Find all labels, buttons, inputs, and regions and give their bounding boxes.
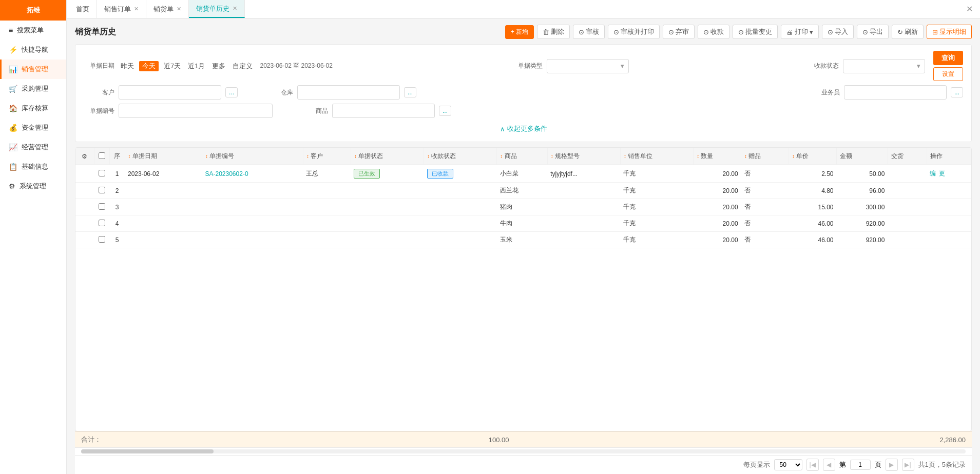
edit-action-link[interactable]: 编	[930, 170, 936, 177]
checkbox-cell[interactable]	[94, 165, 109, 183]
gift-col-header[interactable]: ↕ 赠品	[741, 148, 789, 165]
export-icon: ⊙	[862, 28, 868, 36]
shortcut-today[interactable]: 今天	[139, 61, 159, 71]
settings-cell	[75, 199, 94, 215]
spec-col-header[interactable]: ↕ 规格型号	[547, 148, 620, 165]
doc-no-col-header[interactable]: ↕ 单据编号	[202, 148, 303, 165]
close-all-tabs-button[interactable]: ✕	[961, 4, 978, 14]
sidebar-item-system[interactable]: ⚙ 系统管理	[0, 176, 66, 196]
doc-type-select[interactable]: ▾	[547, 59, 629, 73]
checkbox-cell[interactable]	[94, 183, 109, 199]
tab-sales-order[interactable]: 销售订单 ✕	[97, 0, 146, 18]
customer-label: 客户	[84, 88, 114, 97]
close-sales-delivery-tab-icon[interactable]: ✕	[177, 6, 181, 12]
tab-sales-delivery[interactable]: 销货单 ✕	[146, 0, 189, 18]
first-page-button[interactable]: |◀	[806, 459, 819, 471]
unit-col-header[interactable]: ↕ 销售单位	[620, 148, 693, 165]
sort-icon: ↕	[500, 153, 503, 159]
customer-col-header[interactable]: ↕ 客户	[303, 148, 351, 165]
sidebar-item-operations[interactable]: 📈 经营管理	[0, 137, 66, 157]
close-sales-order-tab-icon[interactable]: ✕	[134, 6, 139, 12]
refresh-button[interactable]: ↻ 刷新	[892, 25, 924, 39]
scroll-thumb	[81, 449, 214, 453]
row-checkbox[interactable]	[99, 203, 105, 210]
page-number-input[interactable]	[850, 460, 871, 470]
customer-ellipsis-btn[interactable]: ...	[225, 87, 238, 97]
shortcut-7days[interactable]: 近7天	[162, 61, 183, 71]
review-print-button[interactable]: ⊙ 审核并打印	[608, 25, 660, 39]
customer-input[interactable]	[119, 85, 221, 100]
qty-cell: 20.00	[694, 165, 741, 183]
close-history-tab-icon[interactable]: ✕	[233, 5, 237, 12]
sidebar-item-inventory[interactable]: 🏠 库存核算	[0, 98, 66, 118]
last-page-button[interactable]: ▶|	[902, 459, 914, 471]
data-table-container[interactable]: ⚙ 序 ↕ 单据日期 ↕ 单据编号 ↕ 客户 ↕ 单据状态 ↕ 收款状态 ↕ 商…	[75, 147, 972, 431]
shortcut-1month[interactable]: 近1月	[186, 61, 207, 71]
sidebar-item-sales-mgmt[interactable]: 📊 销售管理	[0, 60, 66, 79]
goods-label: 商品	[297, 107, 328, 115]
qty-cell: 20.00	[694, 232, 741, 248]
doc-status-cell: 已生效	[351, 165, 424, 183]
doc-no-input[interactable]	[119, 104, 273, 118]
date-range-display: 2023-06-02 至 2023-06-02	[260, 62, 332, 70]
next-page-button[interactable]: ▶	[886, 459, 898, 471]
main-inner: ⚙ 序 ↕ 单据日期 ↕ 单据编号 ↕ 客户 ↕ 单据状态 ↕ 收款状态 ↕ 商…	[75, 147, 972, 474]
print-button[interactable]: 🖨 打印 ▾	[781, 25, 819, 39]
sidebar-item-purchase-mgmt[interactable]: 🛒 采购管理	[0, 79, 66, 98]
checkbox-cell[interactable]	[94, 232, 109, 248]
show-detail-icon: ⊞	[932, 28, 938, 36]
abandon-button[interactable]: ⊙ 弃审	[663, 25, 695, 39]
review-button[interactable]: ⊙ 审核	[573, 25, 605, 39]
per-page-select[interactable]: 50 100 200	[774, 459, 802, 470]
checkbox-cell[interactable]	[94, 199, 109, 215]
goods-col-header[interactable]: ↕ 商品	[497, 148, 547, 165]
import-button[interactable]: ⊙ 导入	[822, 25, 854, 39]
scroll-bar[interactable]	[75, 447, 972, 455]
payment-status-cell	[424, 215, 497, 232]
sidebar-item-finance[interactable]: 💰 资金管理	[0, 118, 66, 137]
warehouse-input[interactable]	[297, 85, 400, 100]
sidebar-item-basic-info[interactable]: 📋 基础信息	[0, 157, 66, 176]
shortcut-more[interactable]: 更多	[210, 61, 227, 71]
payment-status-select[interactable]: ▾	[843, 59, 925, 73]
settings-button[interactable]: 设置	[933, 67, 963, 81]
shortcut-yesterday[interactable]: 昨天	[119, 61, 136, 71]
prev-page-button[interactable]: ◀	[823, 459, 835, 471]
price-col-header[interactable]: ↕ 单价	[789, 148, 837, 165]
delete-button[interactable]: 🗑 删除	[537, 25, 570, 39]
basic-info-icon: 📋	[9, 163, 17, 171]
goods-input[interactable]	[332, 104, 435, 118]
salesperson-ellipsis-btn[interactable]: ...	[951, 87, 963, 97]
row-checkbox[interactable]	[99, 170, 105, 176]
checkbox-cell[interactable]	[94, 215, 109, 232]
collapse-button[interactable]: ∧ 收起更多条件	[84, 122, 963, 135]
batch-change-button[interactable]: ⊙ 批量变更	[733, 25, 778, 39]
query-button[interactable]: 查询	[933, 51, 963, 65]
tab-sales-delivery-history[interactable]: 销货单历史 ✕	[189, 0, 245, 18]
shortcut-custom[interactable]: 自定义	[230, 61, 255, 71]
salesperson-input[interactable]	[844, 85, 947, 100]
goods-ellipsis-btn[interactable]: ...	[439, 106, 451, 116]
tab-home[interactable]: 首页	[69, 0, 97, 18]
collect-button[interactable]: ⊙ 收款	[698, 25, 729, 39]
select-all-checkbox[interactable]	[99, 152, 105, 159]
payment-status-col-header[interactable]: ↕ 收款状态	[424, 148, 497, 165]
doc-no-link[interactable]: SA-20230602-0	[205, 170, 248, 177]
row-checkbox[interactable]	[99, 236, 105, 243]
row-checkbox[interactable]	[99, 220, 105, 226]
system-icon: ⚙	[9, 182, 15, 190]
warehouse-ellipsis-btn[interactable]: ...	[404, 87, 416, 97]
export-button[interactable]: ⊙ 导出	[857, 25, 889, 39]
row-checkbox[interactable]	[99, 187, 105, 193]
show-detail-button[interactable]: ⊞ 显示明细	[927, 25, 972, 39]
sidebar-item-search-menu[interactable]: ≡ 搜索菜单	[0, 21, 66, 40]
settings-col-header[interactable]: ⚙	[75, 148, 94, 165]
doc-status-col-header[interactable]: ↕ 单据状态	[351, 148, 424, 165]
customer-cell	[303, 199, 351, 215]
new-button[interactable]: + 新增	[505, 25, 534, 39]
sidebar-item-quick-nav[interactable]: ⚡ 快捷导航	[0, 40, 66, 60]
qty-col-header[interactable]: ↕ 数量	[694, 148, 741, 165]
doc-date-col-header[interactable]: ↕ 单据日期	[125, 148, 202, 165]
more-action-link[interactable]: 更	[939, 170, 945, 177]
checkbox-col-header[interactable]	[94, 148, 109, 165]
